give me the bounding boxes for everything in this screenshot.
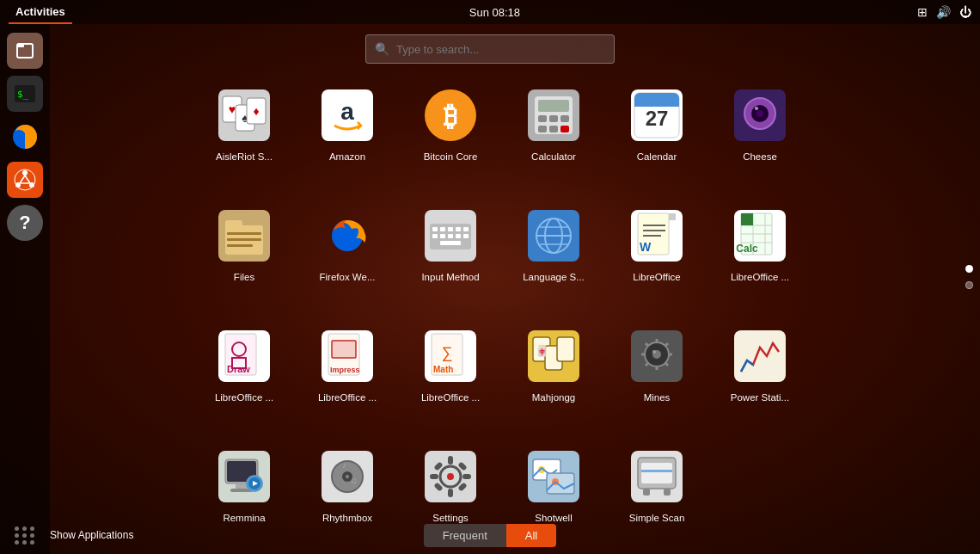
sidebar-item-help[interactable]: ? bbox=[7, 205, 43, 241]
app-item-mahjongg[interactable]: 🀄 Mahjongg bbox=[505, 318, 603, 430]
app-label-bitcoin: Bitcoin Core bbox=[424, 151, 478, 162]
app-icon-bitcoin: ₿ bbox=[421, 86, 480, 145]
svg-rect-135 bbox=[462, 474, 471, 479]
app-label-powerstat: Power Stati... bbox=[731, 392, 789, 403]
svg-rect-115 bbox=[734, 330, 786, 382]
svg-rect-53 bbox=[448, 227, 453, 231]
app-icon-mines bbox=[628, 327, 686, 385]
svg-rect-59 bbox=[456, 234, 461, 238]
svg-rect-149 bbox=[643, 489, 650, 496]
app-icon-loimpress: Impress bbox=[318, 327, 377, 385]
app-icon-localc: Calc bbox=[731, 206, 789, 265]
app-item-cheese[interactable]: Cheese bbox=[711, 77, 810, 189]
svg-text:Draw: Draw bbox=[227, 364, 250, 374]
svg-rect-61 bbox=[440, 241, 461, 245]
volume-icon[interactable]: 🔊 bbox=[936, 5, 951, 19]
sidebar-item-terminal[interactable]: $_ bbox=[7, 76, 43, 112]
app-item-calendar[interactable]: 27 Calendar bbox=[608, 77, 707, 189]
svg-rect-132 bbox=[448, 456, 453, 465]
app-item-mines[interactable]: Mines bbox=[608, 318, 707, 430]
svg-point-126 bbox=[346, 475, 349, 478]
app-icon-aisleriot: ♥ ♠ ♦ bbox=[215, 86, 273, 145]
svg-rect-70 bbox=[669, 213, 676, 220]
svg-point-131 bbox=[447, 473, 454, 480]
app-icon-amazon: a bbox=[318, 86, 377, 145]
app-item-lomath[interactable]: ∑ Math LibreOffice ... bbox=[401, 318, 500, 430]
bottom-bar: Frequent All bbox=[0, 516, 980, 554]
svg-rect-148 bbox=[641, 470, 672, 472]
svg-rect-143 bbox=[547, 473, 574, 494]
sidebar-item-files[interactable] bbox=[7, 33, 43, 69]
svg-rect-52 bbox=[440, 227, 445, 231]
svg-line-111 bbox=[665, 343, 668, 346]
app-label-inputmethod: Input Method bbox=[421, 272, 479, 282]
app-icon-shotwell bbox=[524, 447, 583, 506]
search-box[interactable]: 🔍 bbox=[365, 34, 615, 64]
svg-rect-44 bbox=[225, 220, 242, 229]
all-tab[interactable]: All bbox=[506, 524, 556, 547]
svg-point-114 bbox=[652, 350, 656, 354]
svg-text:a: a bbox=[340, 98, 354, 125]
sidebar-item-ubuntu[interactable] bbox=[7, 162, 43, 198]
svg-line-112 bbox=[646, 363, 648, 366]
app-label-aisleriot: AisleRiot S... bbox=[216, 151, 273, 162]
app-item-calculator[interactable]: Calculator bbox=[505, 77, 603, 189]
app-icon-remmina bbox=[215, 447, 273, 506]
app-item-firefox[interactable]: Firefox We... bbox=[298, 198, 397, 310]
page-dot-2[interactable] bbox=[965, 281, 973, 289]
app-item-inputmethod[interactable]: Input Method bbox=[401, 198, 500, 310]
app-item-lowriter[interactable]: W LibreOffice bbox=[608, 198, 707, 310]
app-label-loimpress: LibreOffice ... bbox=[318, 392, 377, 403]
filter-tabs: Frequent All bbox=[424, 524, 557, 547]
svg-rect-91 bbox=[332, 341, 356, 358]
app-item-language[interactable]: Language S... bbox=[505, 198, 603, 310]
svg-rect-101 bbox=[557, 337, 574, 361]
app-item-powerstat[interactable]: Power Stati... bbox=[711, 318, 810, 430]
page-dots bbox=[965, 265, 973, 289]
app-item-lodraw[interactable]: Draw LibreOffice ... bbox=[195, 318, 294, 430]
network-icon[interactable]: ⊞ bbox=[917, 5, 928, 19]
svg-rect-57 bbox=[440, 234, 445, 238]
app-item-localc[interactable]: Calc LibreOffice ... bbox=[711, 198, 810, 310]
svg-rect-82 bbox=[741, 213, 753, 225]
app-label-lowriter: LibreOffice bbox=[633, 272, 680, 282]
svg-text:♥: ♥ bbox=[229, 102, 236, 116]
svg-text:Calc: Calc bbox=[736, 243, 758, 255]
app-item-amazon[interactable]: a Amazon bbox=[298, 77, 397, 189]
page-dot-1[interactable] bbox=[965, 265, 973, 273]
app-label-files: Files bbox=[234, 272, 254, 282]
svg-rect-60 bbox=[463, 234, 469, 238]
svg-text:$_: $_ bbox=[17, 89, 29, 100]
frequent-tab[interactable]: Frequent bbox=[424, 524, 506, 547]
power-icon[interactable]: ⏻ bbox=[959, 5, 971, 19]
app-label-mines: Mines bbox=[644, 392, 671, 403]
svg-text:🀄: 🀄 bbox=[536, 344, 548, 357]
app-item-aisleriot[interactable]: ♥ ♠ ♦ AisleRiot S... bbox=[195, 77, 294, 189]
app-label-calculator: Calculator bbox=[531, 151, 576, 162]
svg-rect-31 bbox=[560, 126, 569, 132]
app-icon-simplescan bbox=[628, 447, 686, 506]
svg-text:♪: ♪ bbox=[342, 460, 346, 470]
app-icon-mahjongg: 🀄 bbox=[524, 327, 583, 385]
app-item-files[interactable]: Files bbox=[195, 198, 294, 310]
svg-rect-45 bbox=[227, 232, 261, 235]
svg-rect-25 bbox=[538, 100, 569, 112]
activities-button[interactable]: Activities bbox=[9, 0, 72, 24]
app-label-calendar: Calendar bbox=[637, 151, 677, 162]
app-icon-lodraw: Draw bbox=[215, 327, 273, 385]
app-icon-calculator bbox=[524, 86, 583, 145]
app-icon-powerstat bbox=[731, 327, 789, 385]
app-label-cheese: Cheese bbox=[743, 151, 777, 162]
top-bar-right: ⊞ 🔊 ⏻ bbox=[917, 5, 971, 19]
svg-rect-27 bbox=[549, 115, 558, 122]
sidebar-item-firefox[interactable] bbox=[7, 119, 43, 155]
sidebar: $_ ? bbox=[0, 24, 50, 554]
svg-text:Impress: Impress bbox=[330, 366, 360, 374]
app-icon-cheese bbox=[731, 86, 789, 145]
app-item-loimpress[interactable]: Impress LibreOffice ... bbox=[298, 318, 397, 430]
app-label-amazon: Amazon bbox=[329, 151, 365, 162]
search-input[interactable] bbox=[396, 43, 605, 56]
app-item-bitcoin[interactable]: ₿ Bitcoin Core bbox=[401, 77, 500, 189]
app-label-localc: LibreOffice ... bbox=[731, 272, 789, 282]
app-icon-rhythmbox: ♪ ♫ bbox=[318, 447, 377, 506]
